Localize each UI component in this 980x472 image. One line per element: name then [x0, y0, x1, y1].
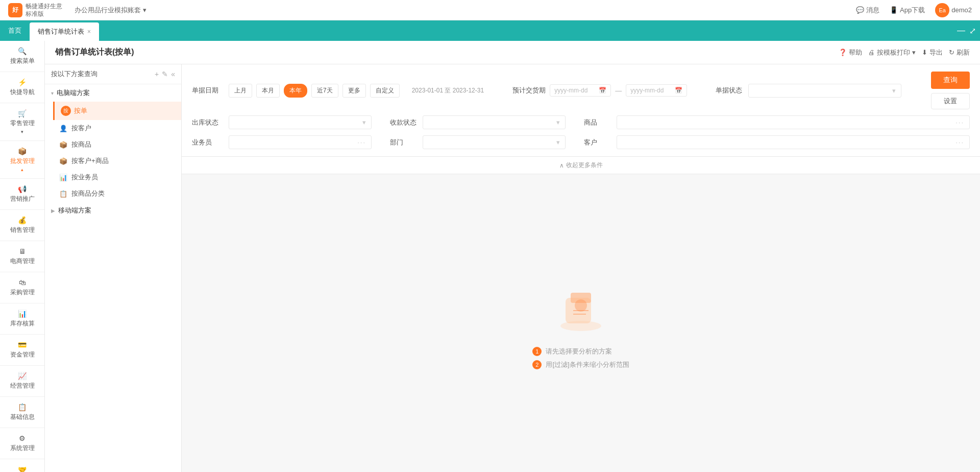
sidebar-item-wholesale[interactable]: 📦 批发管理 ▴	[0, 141, 44, 179]
tab-sales-order-stats[interactable]: 销售订单统计表 ×	[30, 22, 99, 41]
maximize-icon[interactable]: ⤢	[969, 26, 976, 36]
goods-group: 商品 ···	[584, 115, 970, 129]
tree-item-by-salesperson[interactable]: 📊 按业务员	[53, 169, 181, 185]
logo-text: 畅捷通好生意 标准版	[26, 3, 62, 17]
left-panel: 按以下方案查询 + ✎ « ▾ 电脑端方案 按 按	[45, 64, 182, 472]
sidebar-item-ecommerce[interactable]: 🖥 电商管理	[0, 241, 44, 272]
refresh-icon: ↻	[949, 49, 954, 56]
sidebar-item-retail[interactable]: 🛒 零售管理 ▾	[0, 103, 44, 141]
hint-num-1: 1	[532, 347, 542, 356]
sidebar-item-inventory[interactable]: 📊 库存核算	[0, 303, 44, 335]
tree-item-by-category[interactable]: 📋 按商品分类	[53, 185, 181, 202]
date-btn-last-month[interactable]: 上月	[229, 84, 252, 98]
sidebar-item-system[interactable]: ⚙ 系统管理	[0, 428, 44, 459]
edit-scheme-icon[interactable]: ✎	[162, 70, 168, 78]
salesperson-input[interactable]: ···	[229, 135, 372, 149]
hint-num-2: 2	[532, 360, 542, 369]
page-title: 销售订单统计表(按单)	[55, 47, 134, 64]
tab-close-icon[interactable]: ×	[87, 28, 91, 35]
select-chevron-icon: ▾	[892, 87, 896, 95]
date-buttons-group: 上月 本月 本年 近7天 更多 自定义	[229, 84, 400, 98]
user-profile[interactable]: Ea demo2	[935, 3, 972, 17]
logo-icon: 好	[8, 3, 22, 17]
product-icon: 📦	[59, 140, 67, 149]
calendar-icon: 📅	[599, 87, 606, 94]
customer-icon: 👤	[59, 124, 67, 132]
tree-mobile-label: 移动端方案	[58, 206, 91, 215]
collapse-more-btn[interactable]: ∧ 收起更多条件	[182, 157, 980, 174]
date-btn-more[interactable]: 更多	[342, 84, 366, 98]
marketing-icon: 📢	[18, 185, 27, 193]
help-button[interactable]: ❓ 帮助	[839, 48, 862, 57]
query-area: 查询 设置	[931, 72, 970, 109]
customer-input[interactable]: ···	[617, 135, 970, 149]
payment-select-chevron: ▾	[556, 119, 560, 126]
goods-input[interactable]: ···	[617, 115, 970, 129]
sidebar-item-finance[interactable]: 💳 资金管理	[0, 335, 44, 366]
date-btn-this-year[interactable]: 本年	[284, 84, 307, 98]
help-icon: ❓	[839, 49, 847, 56]
page-actions: ❓ 帮助 🖨 按模板打印 ▾ ⬇ 导出 ↻ 刷新	[839, 48, 970, 63]
tree-item-by-order[interactable]: 按 按单	[53, 102, 181, 120]
salesperson-icon: 📊	[59, 173, 67, 181]
empty-illustration	[550, 277, 611, 339]
date-btn-last-7-days[interactable]: 近7天	[311, 84, 338, 98]
minimize-icon[interactable]: —	[957, 26, 965, 35]
tree-item-by-customer[interactable]: 👤 按客户	[53, 120, 181, 136]
app-selector[interactable]: 办公用品行业模拟账套 ▾	[75, 6, 146, 15]
query-button[interactable]: 查询	[931, 72, 970, 89]
order-status-select[interactable]: ▾	[748, 84, 901, 98]
filter-row-date: 单据日期 上月 本月 本年 近7天 更多 自定义 2023-01-01 至 20…	[192, 72, 970, 109]
svg-point-3	[575, 299, 587, 312]
app-download-button[interactable]: 📱 App下载	[890, 6, 925, 15]
tree-pc-header[interactable]: ▾ 电脑端方案	[45, 84, 181, 102]
filter-area: 单据日期 上月 本月 本年 近7天 更多 自定义 2023-01-01 至 20…	[182, 64, 980, 157]
filter-row-more: 业务员 ··· 部门 ▾ 客户	[192, 135, 970, 149]
tree-mobile-header[interactable]: ▶ 移动端方案	[45, 202, 181, 219]
expected-delivery-end[interactable]: yyyy-mm-dd 📅	[626, 84, 687, 97]
refresh-button[interactable]: ↻ 刷新	[949, 48, 970, 57]
sidebar-item-operations[interactable]: 📈 经营管理	[0, 366, 44, 397]
export-button[interactable]: ⬇ 导出	[922, 48, 943, 57]
top-bar: 好 畅捷通好生意 标准版 办公用品行业模拟账套 ▾ 💬 消息 📱 App下载 E…	[0, 0, 980, 20]
sidebar-item-basic-info[interactable]: 📋 基础信息	[0, 397, 44, 428]
operations-icon: 📈	[18, 372, 27, 380]
payment-status-select[interactable]: ▾	[423, 115, 566, 129]
messages-button[interactable]: 💬 消息	[856, 6, 879, 15]
page-header: 销售订单统计表(按单) ❓ 帮助 🖨 按模板打印 ▾ ⬇ 导出 ↻ 刷新	[45, 41, 980, 64]
tree-children: 按 按单 👤 按客户 📦 按商品 📦 按客	[45, 102, 181, 202]
tree-item-by-product[interactable]: 📦 按商品	[53, 136, 181, 153]
enterprise-icon: 🤝	[18, 465, 27, 472]
tree-item-by-customer-product[interactable]: 📦 按客户+商品	[53, 153, 181, 169]
lightning-icon: ⚡	[18, 78, 27, 86]
page-area: 销售订单统计表(按单) ❓ 帮助 🖨 按模板打印 ▾ ⬇ 导出 ↻ 刷新	[45, 41, 980, 472]
tab-bar: 首页 销售订单统计表 × — ⤢	[0, 20, 980, 41]
purchase-icon: 🛍	[19, 278, 26, 287]
department-select[interactable]: ▾	[423, 135, 566, 149]
date-range-display: 2023-01-01 至 2023-12-31	[412, 86, 484, 95]
collapse-panel-icon[interactable]: «	[171, 70, 175, 78]
sidebar-item-enterprise[interactable]: 🤝 企业协同	[0, 459, 44, 472]
main-content: 🔍 搜索菜单 ⚡ 快捷导航 🛒 零售管理 ▾ 📦 批发管理 ▴ 📢 营销推广 💰…	[0, 41, 980, 472]
collapse-up-icon: ∧	[559, 162, 564, 169]
salesperson-more-icon: ···	[357, 138, 366, 146]
print-button[interactable]: 🖨 按模板打印 ▾	[868, 48, 916, 57]
tree-pc-label: 电脑端方案	[57, 88, 90, 98]
expected-delivery-start[interactable]: yyyy-mm-dd 📅	[550, 84, 611, 97]
add-scheme-icon[interactable]: +	[155, 70, 159, 78]
sidebar-item-quick-nav[interactable]: ⚡ 快捷导航	[0, 72, 44, 103]
delivery-status-select[interactable]: ▾	[229, 115, 372, 129]
settings-button[interactable]: 设置	[931, 93, 970, 109]
download-icon: 📱	[890, 6, 898, 14]
date-btn-this-month[interactable]: 本月	[256, 84, 280, 98]
goods-more-icon: ···	[955, 119, 964, 126]
sidebar-item-marketing[interactable]: 📢 营销推广	[0, 179, 44, 210]
date-btn-custom[interactable]: 自定义	[370, 84, 400, 98]
department-group: 部门 ▾	[390, 135, 566, 149]
sidebar-item-sales[interactable]: 💰 销售管理	[0, 210, 44, 241]
active-node-icon: 按	[61, 106, 71, 116]
tab-home[interactable]: 首页	[0, 20, 30, 41]
sidebar-item-search-menu[interactable]: 🔍 搜索菜单	[0, 41, 44, 72]
sidebar-item-purchase[interactable]: 🛍 采购管理	[0, 272, 44, 303]
empty-state: 1 请先选择要分析的方案 2 用[过滤]条件来缩小分析范围	[182, 174, 980, 472]
